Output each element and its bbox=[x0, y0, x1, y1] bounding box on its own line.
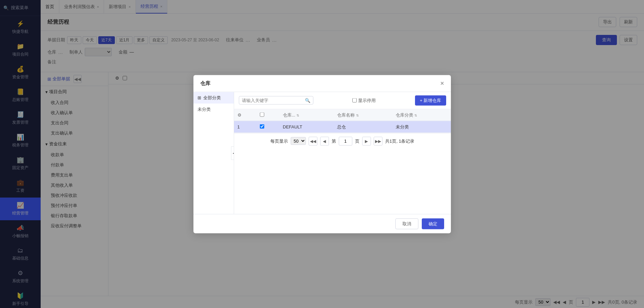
modal-title: 仓库 bbox=[200, 80, 210, 86]
sort-code-icon: ⇅ bbox=[296, 113, 299, 117]
show-disabled-label[interactable]: 显示停用 bbox=[352, 97, 376, 103]
warehouse-category-panel: ⊞ 全部分类 未分类 ◀ bbox=[193, 92, 234, 214]
warehouse-table: ⚙ 仓库... ⇅ 仓库名称 ⇅ 仓库分类 bbox=[234, 109, 451, 133]
row-index: 1 bbox=[234, 121, 256, 133]
modal-page-size-select[interactable]: 50 bbox=[291, 137, 306, 145]
modal-page-input[interactable] bbox=[339, 137, 352, 145]
collapse-category-panel[interactable]: ◀ bbox=[231, 146, 234, 160]
row-checkbox[interactable] bbox=[256, 121, 279, 133]
col-settings[interactable]: ⚙ bbox=[234, 109, 256, 121]
collapse-icon: ◀ bbox=[233, 150, 234, 156]
warehouse-modal: 仓库 × ⊞ 全部分类 未分类 ◀ 🔍 bbox=[193, 75, 451, 233]
all-category-item[interactable]: ⊞ 全部分类 bbox=[193, 92, 234, 103]
warehouse-search-box: 🔍 bbox=[239, 96, 313, 105]
modal-footer: 取消 确定 bbox=[193, 214, 451, 233]
show-disabled-checkbox[interactable] bbox=[352, 98, 357, 103]
sort-name-icon: ⇅ bbox=[356, 113, 359, 117]
page-prev-btn[interactable]: ◀ bbox=[320, 137, 329, 145]
modal-close-button[interactable]: × bbox=[440, 80, 444, 87]
grid-category-icon: ⊞ bbox=[198, 95, 201, 100]
col-checkbox bbox=[256, 109, 279, 121]
page-next-btn[interactable]: ▶ bbox=[362, 137, 371, 145]
modal-body: ⊞ 全部分类 未分类 ◀ 🔍 显示停用 + 新增 bbox=[193, 92, 451, 214]
page-first-btn[interactable]: ◀◀ bbox=[309, 137, 317, 145]
table-row[interactable]: 1 DEFAULT 总仓 未分类 bbox=[234, 121, 451, 133]
row-code: DEFAULT bbox=[279, 121, 334, 133]
warehouse-toolbar: 🔍 显示停用 + 新增仓库 bbox=[234, 92, 451, 109]
col-warehouse-code[interactable]: 仓库... ⇅ bbox=[279, 109, 334, 121]
page-word: 第 bbox=[332, 138, 336, 144]
uncategorized-item[interactable]: 未分类 bbox=[193, 103, 234, 115]
add-warehouse-button[interactable]: + 新增仓库 bbox=[415, 95, 446, 105]
col-warehouse-name[interactable]: 仓库名称 ⇅ bbox=[334, 109, 392, 121]
col-warehouse-category[interactable]: 仓库分类 ⇅ bbox=[392, 109, 451, 121]
sort-cat-icon: ⇅ bbox=[414, 113, 417, 117]
row-name: 总仓 bbox=[334, 121, 392, 133]
warehouse-table-wrapper: ⚙ 仓库... ⇅ 仓库名称 ⇅ 仓库分类 bbox=[234, 109, 451, 133]
warehouse-search-input[interactable] bbox=[242, 98, 303, 103]
table-header-row: ⚙ 仓库... ⇅ 仓库名称 ⇅ 仓库分类 bbox=[234, 109, 451, 121]
page-unit: 页 bbox=[355, 138, 359, 144]
cancel-button[interactable]: 取消 bbox=[395, 218, 418, 229]
total-info: 共1页, 1条记录 bbox=[385, 138, 415, 144]
search-icon: 🔍 bbox=[305, 98, 310, 103]
modal-pagination: 每页显示 50 ◀◀ ◀ 第 页 ▶ ▶▶ 共1页, 1条记录 bbox=[234, 133, 451, 149]
page-last-btn[interactable]: ▶▶ bbox=[374, 137, 382, 145]
warehouse-right-panel: 🔍 显示停用 + 新增仓库 ⚙ 仓库... bbox=[234, 92, 451, 214]
select-all-table[interactable] bbox=[260, 112, 264, 117]
row-category: 未分类 bbox=[392, 121, 451, 133]
modal-header: 仓库 × bbox=[193, 75, 451, 92]
confirm-button[interactable]: 确定 bbox=[422, 218, 444, 229]
